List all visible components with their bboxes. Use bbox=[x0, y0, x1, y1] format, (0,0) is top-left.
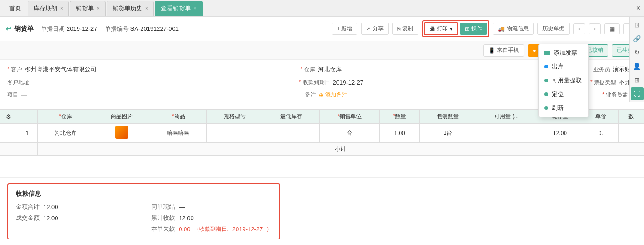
sold-out-label: 已核销 bbox=[587, 46, 603, 54]
customer-field: * 客户 柳州粤港平安气体有限公司 bbox=[7, 65, 289, 74]
plus-icon: ⊕ bbox=[319, 92, 323, 98]
doc-date-value: 2019-12-27 bbox=[67, 25, 97, 32]
history-button[interactable]: 历史单据 bbox=[537, 23, 570, 35]
td-stock: 12.00 bbox=[537, 124, 583, 143]
share-button[interactable]: ↗ 分享 bbox=[361, 23, 389, 35]
tab-sales-history[interactable]: 销货单历史 × bbox=[107, 1, 154, 16]
layout1-button[interactable]: ▦ bbox=[604, 23, 620, 34]
doc-icon: ↩ bbox=[6, 24, 11, 33]
project-field: 项目 — bbox=[7, 91, 294, 99]
tab-view-sales-label: 查看销货单 bbox=[161, 4, 191, 12]
tab-sales-order[interactable]: 销货单 × bbox=[70, 1, 105, 16]
circle-icon: ● bbox=[533, 47, 536, 54]
project-value: — bbox=[21, 91, 27, 98]
available-qty-label: 可用量提取 bbox=[552, 76, 582, 85]
transaction-value: 12.00 bbox=[43, 215, 58, 222]
tab-home-label: 首页 bbox=[9, 4, 21, 12]
close-all-button[interactable]: × bbox=[636, 4, 640, 12]
sidebar-fullscreen-icon[interactable]: ⛶ bbox=[631, 87, 644, 100]
copy-label: 复制 bbox=[402, 25, 413, 33]
operations-icon: ⊞ bbox=[465, 26, 469, 32]
next-button[interactable]: › bbox=[589, 23, 601, 34]
tab-sales-order-close[interactable]: × bbox=[96, 6, 99, 11]
sidebar-grid-icon[interactable]: ⊞ bbox=[631, 74, 644, 86]
tab-view-sales[interactable]: 查看销货单 × bbox=[155, 1, 202, 16]
share-label: 分享 bbox=[373, 25, 384, 33]
tab-sales-order-label: 销货单 bbox=[76, 4, 94, 12]
td-image bbox=[94, 124, 150, 143]
th-warehouse: *仓库 bbox=[37, 110, 94, 124]
phone-icon: 📱 bbox=[488, 47, 495, 54]
copy-icon: ⎘ bbox=[397, 26, 401, 32]
owed-value: 0.00 bbox=[179, 226, 190, 233]
td-product: 嘻嘻嘻嘻 bbox=[150, 124, 207, 143]
menu-add-invoice[interactable]: 添加发票 bbox=[539, 46, 588, 60]
add-note-button[interactable]: ⊕ 添加备注 bbox=[319, 91, 347, 99]
td-min-stock bbox=[263, 124, 320, 143]
address-label: 客户地址 bbox=[7, 79, 29, 86]
bill-type-label: * 票据类型 bbox=[590, 79, 616, 86]
from-phone-btn[interactable]: 📱 来自手机 bbox=[483, 44, 524, 57]
refresh-icon bbox=[544, 106, 548, 110]
th-gear: ⚙ bbox=[0, 110, 17, 124]
payment-date-label: * 收款到期日 bbox=[299, 79, 330, 86]
add-invoice-label: 添加发票 bbox=[554, 49, 577, 57]
owed-label: 本单欠款 bbox=[151, 225, 175, 233]
add-note-label: 添加备注 bbox=[325, 91, 347, 99]
available-qty-icon bbox=[544, 79, 548, 82]
menu-locate[interactable]: 定位 bbox=[539, 87, 588, 101]
print-arrow: ▾ bbox=[450, 26, 452, 32]
owed-due-suffix: ） bbox=[266, 225, 272, 233]
operations-button[interactable]: ⊞ 操作 bbox=[460, 23, 487, 35]
tab-inventory-init[interactable]: 库存期初 × bbox=[28, 1, 69, 16]
td-warehouse: 河北仓库 bbox=[37, 124, 94, 143]
total-row: 金额合计 12.00 bbox=[16, 203, 136, 211]
sidebar-user-icon[interactable]: 👤 bbox=[631, 60, 644, 73]
tab-view-sales-close[interactable]: × bbox=[193, 6, 196, 11]
print-button[interactable]: 🖶 打印 ▾ bbox=[424, 22, 458, 35]
prev-button[interactable]: ‹ bbox=[573, 23, 585, 34]
tab-inventory-init-close[interactable]: × bbox=[60, 6, 63, 11]
customer-label: * 客户 bbox=[7, 66, 22, 74]
td-available bbox=[476, 124, 537, 143]
settle-label: 同单现结 bbox=[151, 203, 175, 211]
sidebar-expand-icon[interactable]: ⊡ bbox=[631, 18, 644, 31]
menu-available-qty[interactable]: 可用量提取 bbox=[539, 74, 588, 87]
th-pack-qty: 包装数量 bbox=[419, 110, 476, 124]
new-button[interactable]: + 新增 bbox=[332, 23, 357, 35]
th-unit: *销售单位 bbox=[319, 110, 380, 124]
history-label: 历史单据 bbox=[542, 25, 565, 33]
th-min-stock: 最低库存 bbox=[263, 110, 320, 124]
td-unit: 台 bbox=[319, 124, 380, 143]
total-label: 金额合计 bbox=[16, 203, 40, 211]
transaction-row: 成交金额 12.00 bbox=[16, 214, 136, 222]
locate-label: 定位 bbox=[552, 90, 564, 98]
print-label: 打印 bbox=[437, 25, 448, 33]
sidebar-rotate-icon[interactable]: ↻ bbox=[631, 46, 644, 59]
td-spec bbox=[207, 124, 263, 143]
sidebar-link-icon[interactable]: 🔗 bbox=[631, 32, 644, 45]
copy-button[interactable]: ⎘ 复制 bbox=[392, 23, 418, 35]
tab-home[interactable]: 首页 bbox=[4, 1, 27, 16]
out-warehouse-label: 出库 bbox=[552, 63, 564, 71]
bottom-panel: 收款信息 金额合计 12.00 同单现结 — 成交金额 12.00 累计收款 1… bbox=[0, 177, 644, 245]
operations-label: 操作 bbox=[471, 25, 482, 33]
menu-refresh[interactable]: 刷新 bbox=[539, 101, 588, 115]
table-row: 1 河北仓库 嘻嘻嘻嘻 台 1.00 1台 12.00 0. bbox=[0, 124, 644, 143]
logistics-button[interactable]: 🚚 物流信息 bbox=[493, 23, 534, 35]
doc-header: ↩ 销货单 单据日期 2019-12-27 单据编号 SA-20191227-0… bbox=[0, 17, 644, 41]
cumulative-row: 累计收款 12.00 bbox=[151, 214, 272, 222]
owed-row: 本单欠款 0.00 （收款到期日: 2019-12-27 ） bbox=[151, 225, 272, 233]
cumulative-value: 12.00 bbox=[179, 215, 194, 222]
subtotal-row: 小计 bbox=[0, 143, 644, 156]
tab-sales-history-close[interactable]: × bbox=[145, 6, 148, 11]
doc-title: ↩ 销货单 bbox=[6, 24, 34, 33]
tab-inventory-init-label: 库存期初 bbox=[34, 4, 57, 12]
payment-grid: 金额合计 12.00 同单现结 — 成交金额 12.00 累计收款 12.00 … bbox=[16, 203, 272, 233]
menu-out-warehouse[interactable]: 出库 bbox=[539, 60, 588, 74]
project-label: 项目 bbox=[7, 91, 18, 99]
settle-value: — bbox=[179, 204, 185, 211]
td-more bbox=[619, 124, 644, 143]
transaction-label: 成交金额 bbox=[16, 214, 40, 222]
payment-date-field: * 收款到期日 2019-12-27 bbox=[299, 79, 580, 86]
